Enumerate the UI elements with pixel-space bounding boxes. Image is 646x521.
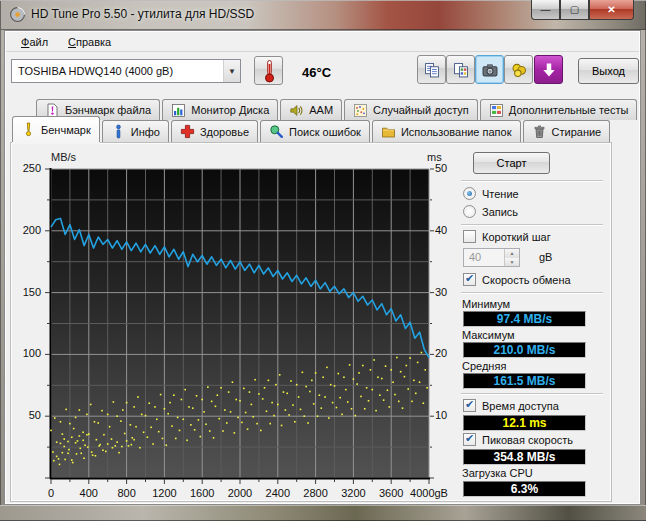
health-icon (180, 124, 195, 139)
short-stride-checkbox[interactable]: Короткий шаг (463, 230, 551, 243)
folder-usage-icon (381, 124, 396, 139)
left-axis-unit: MB/s (51, 151, 76, 163)
copy-text-button[interactable] (417, 55, 446, 84)
access-time-value: 12.1 ms (463, 415, 586, 431)
access-time-box[interactable] (463, 399, 476, 412)
tab-label: Инфо (131, 126, 160, 138)
y-axis-tick: 50 (15, 409, 41, 421)
tab-label: Здоровье (200, 126, 249, 138)
radio-read-label: Чтение (482, 188, 519, 200)
ms-axis-tick: 40 (435, 224, 461, 236)
transfer-rate-label: Скорость обмена (482, 274, 571, 286)
erase-icon (532, 124, 547, 139)
stride-size-stepper[interactable]: 40 ▲▼ (463, 248, 520, 267)
coins-icon (511, 62, 527, 78)
chevron-down-icon[interactable]: ▼ (223, 60, 240, 82)
client-area: Файл Справка TOSHIBA HDWQ140 (4000 gB) ▼… (4, 30, 641, 505)
transfer-rate-checkbox[interactable]: Скорость обмена (463, 273, 571, 286)
screenshot-button[interactable] (475, 55, 504, 84)
tab-label: Случайный доступ (373, 104, 469, 116)
menu-help[interactable]: Справка (60, 34, 119, 50)
separator (461, 292, 603, 294)
cpu-usage-value: 6.3% (463, 481, 586, 497)
short-stride-box[interactable] (463, 230, 476, 243)
close-button[interactable]: ✕ (589, 0, 634, 20)
app-icon (9, 6, 25, 22)
minimize-button[interactable]: — (531, 0, 560, 20)
drive-select[interactable]: TOSHIBA HDWQ140 (4000 gB) ▼ (11, 59, 241, 83)
burst-rate-checkbox[interactable]: Пиковая скорость (463, 433, 573, 446)
radio-write[interactable]: Запись (463, 205, 518, 218)
drive-select-value: TOSHIBA HDWQ140 (4000 gB) (12, 65, 223, 77)
extra-tests-icon (489, 103, 504, 118)
tab-row2-2[interactable]: Здоровье (171, 120, 258, 142)
thermometer-icon (261, 59, 277, 83)
start-button[interactable]: Старт (473, 152, 550, 174)
menubar: Файл Справка (6, 32, 639, 52)
tab-label: AAM (309, 104, 333, 116)
copy-image-button[interactable] (446, 55, 475, 84)
start-button-label: Старт (497, 157, 527, 169)
exit-button[interactable]: Выход (578, 58, 639, 84)
access-time-checkbox[interactable]: Время доступа (463, 399, 559, 412)
stepper-down-icon[interactable]: ▼ (505, 258, 519, 267)
tab-label: Дополнительные тесты (509, 104, 629, 116)
toolbar: TOSHIBA HDWQ140 (4000 gB) ▼ 46°C (6, 52, 639, 96)
download-arrow-icon (541, 62, 557, 78)
separator (461, 180, 603, 182)
tab-row1-4[interactable]: Дополнительные тесты (480, 99, 638, 120)
copy-pages-icon (424, 62, 440, 78)
maximize-button[interactable]: ▢ (560, 0, 589, 20)
short-stride-label: Короткий шаг (482, 231, 551, 243)
min-label: Минимум (462, 298, 510, 310)
menu-file[interactable]: Файл (13, 34, 56, 50)
tab-label: Использование папок (401, 126, 512, 138)
info-icon (111, 124, 126, 139)
tab-row2-1[interactable]: Инфо (102, 120, 169, 142)
max-value: 210.0 MB/s (463, 342, 586, 358)
stride-unit-label: gB (539, 251, 552, 263)
tab-label: Монитор Диска (191, 104, 269, 116)
tab-row1-2[interactable]: AAM (280, 99, 342, 120)
tab-row2-3[interactable]: Поиск ошибок (260, 120, 370, 142)
hd-tune-window: HD Tune Pro 5.50 - утилита для HD/SSD — … (0, 0, 646, 521)
radio-read[interactable]: Чтение (463, 187, 519, 200)
tab-label: Бэнчмарк файла (65, 104, 151, 116)
benchmark-icon (21, 122, 36, 137)
tab-row2-4[interactable]: Использование папок (372, 120, 521, 142)
speaker-icon (289, 103, 304, 118)
transfer-rate-box[interactable] (463, 273, 476, 286)
save-results-button[interactable] (504, 55, 533, 84)
temperature-value: 46°C (302, 65, 331, 80)
titlebar: HD Tune Pro 5.50 - утилита для HD/SSD — … (0, 0, 646, 30)
stepper-arrows[interactable]: ▲▼ (504, 249, 519, 266)
burst-rate-box[interactable] (463, 433, 476, 446)
stepper-up-icon[interactable]: ▲ (505, 249, 519, 258)
radio-write-circle[interactable] (463, 205, 476, 218)
stride-size-value: 40 (464, 249, 504, 266)
avg-value: 161.5 MB/s (463, 373, 586, 389)
radio-write-label: Запись (482, 206, 518, 218)
separator (461, 393, 603, 395)
max-label: Максимум (462, 329, 515, 341)
separator (461, 224, 603, 226)
window-border-bottom (0, 505, 646, 521)
ms-axis-tick: 50 (435, 162, 461, 174)
access-time-label: Время доступа (482, 400, 559, 412)
error-scan-icon (269, 124, 284, 139)
radio-read-circle[interactable] (463, 187, 476, 200)
tab-row1-1[interactable]: Монитор Диска (162, 99, 278, 120)
window-title: HD Tune Pro 5.50 - утилита для HD/SSD (31, 7, 254, 21)
y-axis-tick: 150 (15, 286, 41, 298)
tab-row2-0[interactable]: Бенчмарк (12, 116, 100, 142)
camera-icon (482, 62, 498, 78)
burst-rate-label: Пиковая скорость (482, 434, 573, 446)
min-value: 97.4 MB/s (463, 311, 586, 327)
temperature-button[interactable] (254, 56, 283, 85)
avg-label: Средняя (462, 360, 506, 372)
tab-label: Бенчмарк (41, 124, 91, 136)
download-button[interactable] (534, 55, 563, 84)
tab-row2-5[interactable]: Стирание (523, 120, 611, 142)
tab-row1-3[interactable]: Случайный доступ (344, 99, 478, 120)
copy-image-icon (453, 62, 469, 78)
